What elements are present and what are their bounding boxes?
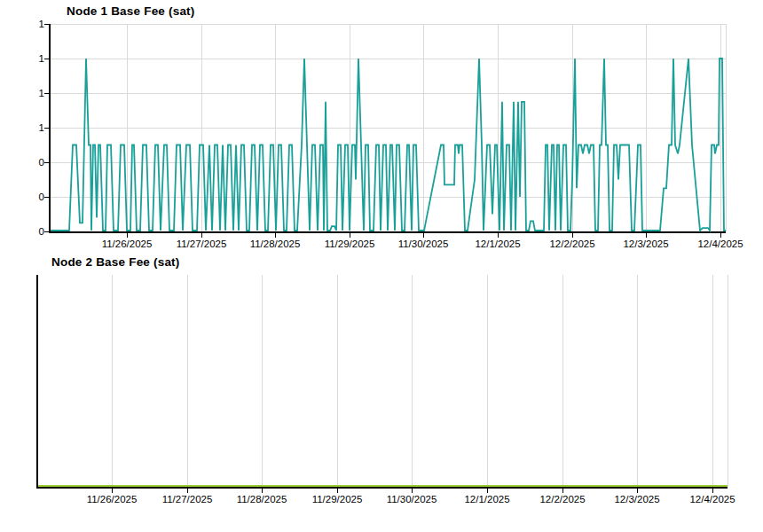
series-svg <box>38 275 728 487</box>
x-axis-tick <box>562 489 563 493</box>
x-axis-tick <box>712 489 713 493</box>
x-axis-line <box>49 231 726 233</box>
chart-title-node2: Node 2 Base Fee (sat) <box>51 255 180 269</box>
gridline-vertical <box>726 24 727 231</box>
x-axis-tick <box>487 489 488 493</box>
x-axis-tick-label: 11/29/2025 <box>300 494 374 505</box>
y-axis-tick <box>44 59 49 59</box>
plot-area-node1: 11/26/202511/27/202511/28/202511/29/2025… <box>51 24 726 231</box>
x-axis-tick-label: 12/2/2025 <box>525 494 600 505</box>
x-axis-tick <box>423 233 424 238</box>
x-axis-tick-label: 12/4/2025 <box>675 494 750 505</box>
x-axis-tick-label: 12/2/2025 <box>535 239 610 250</box>
x-axis-tick-label: 11/29/2025 <box>312 239 387 250</box>
x-axis-tick <box>498 233 499 238</box>
gridline-vertical <box>728 275 728 487</box>
chart-title-node1: Node 1 Base Fee (sat) <box>67 4 195 18</box>
x-axis-tick <box>275 233 276 238</box>
y-axis-tick <box>44 197 49 198</box>
x-axis-tick <box>201 233 202 238</box>
x-axis-tick <box>412 489 413 493</box>
x-axis-tick <box>337 489 338 493</box>
x-axis-tick-label: 11/30/2025 <box>386 239 460 250</box>
plot-area-node2: 11/26/202511/27/202511/28/202511/29/2025… <box>38 275 728 487</box>
x-axis-tick-label: 11/27/2025 <box>164 239 239 250</box>
fee-dashboard: { "colors": { "node1_series": "#18A099",… <box>0 0 763 532</box>
x-axis-tick <box>350 233 350 238</box>
x-axis-tick <box>262 489 263 493</box>
x-axis-line <box>36 487 728 489</box>
x-axis-tick-label: 11/27/2025 <box>150 494 224 505</box>
y-axis-tick <box>44 231 49 232</box>
x-axis-tick-label: 12/3/2025 <box>600 494 674 505</box>
x-axis-tick-label: 11/26/2025 <box>75 494 149 505</box>
x-axis-tick-label: 12/3/2025 <box>609 239 683 250</box>
y-axis-tick <box>44 93 49 94</box>
series-line-node-1-base-fee <box>51 59 726 231</box>
x-axis-tick <box>637 489 638 493</box>
x-axis-tick <box>112 489 113 493</box>
y-axis-tick <box>44 24 49 25</box>
y-axis-tick-label: 1 <box>21 87 44 99</box>
y-axis-tick-label: 0 <box>21 191 44 203</box>
y-axis-tick-label: 0 <box>21 156 44 168</box>
x-axis-tick-label: 11/30/2025 <box>374 494 449 505</box>
y-axis-tick-label: 1 <box>21 121 44 134</box>
x-axis-tick-label: 11/28/2025 <box>238 239 312 250</box>
x-axis-tick <box>646 233 647 238</box>
x-axis-tick-label: 12/1/2025 <box>450 494 524 505</box>
y-axis-tick <box>44 128 49 129</box>
series-svg <box>51 24 726 231</box>
x-axis-tick <box>720 233 721 238</box>
y-axis-tick-label: 1 <box>21 18 44 30</box>
y-axis-tick-label: 0 <box>21 225 44 238</box>
x-axis-tick-label: 12/4/2025 <box>683 239 758 250</box>
x-axis-tick-label: 11/28/2025 <box>224 494 299 505</box>
x-axis-tick <box>187 489 188 493</box>
y-axis-tick <box>44 162 49 163</box>
x-axis-tick <box>127 233 128 238</box>
x-axis-tick-label: 12/1/2025 <box>460 239 535 250</box>
y-axis-tick-label: 1 <box>21 52 44 65</box>
x-axis-tick <box>572 233 573 238</box>
x-axis-tick-label: 11/26/2025 <box>90 239 164 250</box>
